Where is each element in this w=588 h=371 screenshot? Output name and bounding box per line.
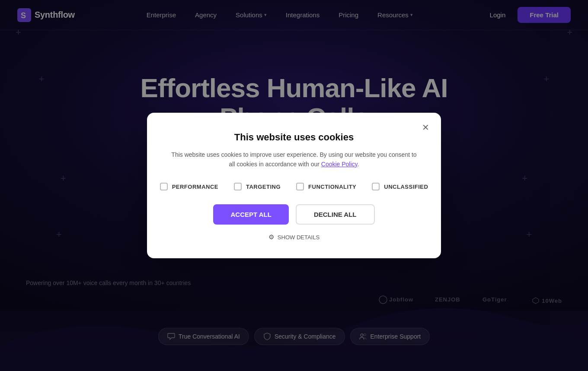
performance-checkbox[interactable] xyxy=(160,183,168,190)
show-details-button[interactable]: ⚙ SHOW DETAILS xyxy=(168,233,420,241)
decline-all-button[interactable]: DECLINE ALL xyxy=(296,204,375,225)
functionality-checkbox[interactable] xyxy=(296,183,304,190)
cookie-modal: ✕ This website uses cookies This website… xyxy=(147,113,441,259)
checkbox-performance[interactable]: PERFORMANCE xyxy=(160,183,218,190)
cookie-checkbox-row: PERFORMANCE TARGETING FUNCTIONALITY UNCL… xyxy=(168,183,420,190)
cookie-policy-link[interactable]: Cookie Policy xyxy=(321,161,358,168)
modal-body: This website uses cookies to improve use… xyxy=(168,150,420,169)
targeting-checkbox[interactable] xyxy=(234,183,242,190)
unclassified-checkbox[interactable] xyxy=(372,183,380,190)
modal-title: This website uses cookies xyxy=(168,132,420,143)
checkbox-unclassified[interactable]: UNCLASSIFIED xyxy=(372,183,428,190)
modal-close-button[interactable]: ✕ xyxy=(419,120,432,134)
checkbox-targeting[interactable]: TARGETING xyxy=(234,183,281,190)
modal-overlay: ✕ This website uses cookies This website… xyxy=(0,0,588,371)
modal-actions: ACCEPT ALL DECLINE ALL xyxy=(168,204,420,225)
checkbox-functionality[interactable]: FUNCTIONALITY xyxy=(296,183,356,190)
accept-all-button[interactable]: ACCEPT ALL xyxy=(213,204,288,225)
gear-icon: ⚙ xyxy=(268,233,274,241)
